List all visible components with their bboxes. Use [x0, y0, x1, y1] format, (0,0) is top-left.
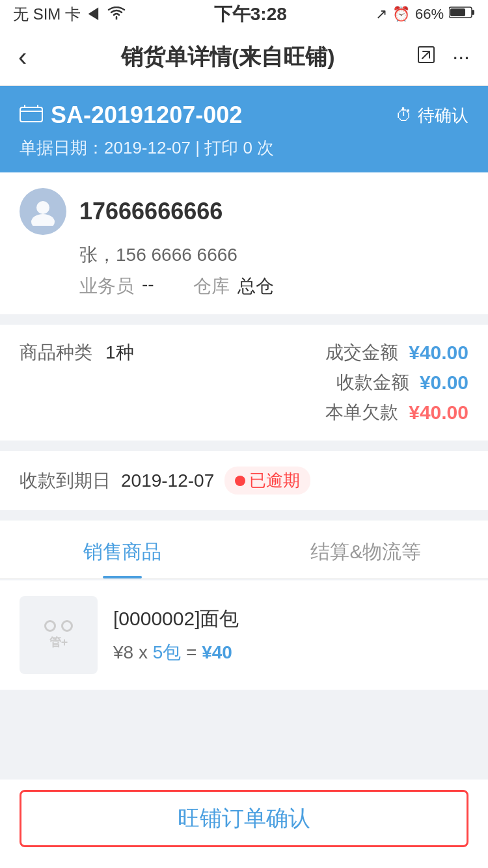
battery-text: 66% [415, 6, 444, 23]
battery-icon [449, 6, 475, 23]
price-value: ¥8 [113, 642, 133, 662]
tab-sales-goods[interactable]: 销售商品 [0, 521, 244, 578]
status-right: ↗ ⏰ 66% [375, 6, 475, 23]
customer-card: 17666666666 张，156 6666 6666 业务员 -- 仓库 总仓 [0, 172, 488, 314]
warehouse-label: 仓库 [193, 274, 230, 299]
summary-right: 成交金额 ¥40.00 收款金额 ¥0.00 本单欠款 ¥40.00 [325, 340, 468, 425]
received-label: 收款金额 [336, 370, 409, 395]
tabs-bar: 销售商品 结算&物流等 [0, 521, 488, 579]
status-time: 下午3:28 [214, 2, 287, 27]
customer-detail: 张，156 6666 6666 [79, 243, 468, 267]
customer-row: 17666666666 [20, 188, 468, 235]
svg-rect-2 [450, 8, 465, 16]
status-left: 无 SIM 卡 ◀ [13, 4, 126, 25]
overdue-dot-icon [235, 476, 245, 486]
received-value: ¥0.00 [420, 372, 468, 394]
salesperson-item: 业务员 -- [79, 274, 154, 299]
back-button[interactable]: ‹ [18, 42, 27, 72]
owl-text: 管+ [49, 634, 68, 650]
confirm-order-button[interactable]: 旺铺订单确认 [20, 790, 468, 847]
status-clock-icon: ⏱ [396, 105, 413, 126]
more-icon[interactable]: ··· [452, 45, 470, 69]
order-header: SA-20191207-002 ⏱ 待确认 单据日期：2019-12-07 | … [0, 86, 488, 172]
nav-actions: ··· [416, 44, 470, 70]
due-date-label: 收款到期日 [20, 468, 111, 493]
received-row: 收款金额 ¥0.00 [336, 370, 468, 395]
customer-phone: 17666666666 [79, 198, 223, 225]
svg-rect-4 [20, 107, 42, 122]
owl-eye-right [61, 620, 73, 632]
summary-left: 商品种类 1种 [20, 340, 325, 365]
owl-eyes [44, 620, 73, 632]
qty-value: 5包 [153, 642, 182, 662]
alarm-icon: ⏰ [392, 6, 410, 23]
total-value: ¥40 [202, 642, 232, 662]
goods-type-value: 1种 [105, 340, 134, 365]
due-date-card: 收款到期日 2019-12-07 已逾期 [0, 451, 488, 510]
svg-rect-1 [472, 10, 474, 15]
salesperson-label: 业务员 [79, 274, 134, 299]
owe-value: ¥40.00 [409, 401, 468, 424]
location-icon: ↗ [375, 6, 387, 23]
product-thumbnail: 管+ [20, 596, 98, 674]
svg-point-5 [36, 201, 49, 214]
warehouse-value: 总仓 [237, 274, 274, 299]
amount-value: ¥40.00 [409, 342, 468, 364]
overdue-text: 已逾期 [249, 469, 300, 492]
product-card: 管+ [0000002]面包 ¥8 x 5包 = ¥40 [0, 580, 488, 690]
page-title: 销货单详情(来自旺铺) [40, 42, 416, 72]
customer-meta: 业务员 -- 仓库 总仓 [79, 274, 468, 299]
status-bar: 无 SIM 卡 ◀ 下午3:28 ↗ ⏰ 66% [0, 0, 488, 29]
goods-type-label: 商品种类 [20, 340, 92, 365]
bottom-bar: 旺铺订单确认 [0, 780, 488, 868]
equals-symbol: = [186, 642, 202, 662]
product-price: ¥8 x 5包 = ¥40 [113, 640, 468, 665]
tab-settlement[interactable]: 结算&物流等 [244, 521, 488, 578]
due-date-value: 2019-12-07 [121, 470, 214, 491]
product-info: [0000002]面包 ¥8 x 5包 = ¥40 [113, 606, 468, 665]
salesperson-value: -- [142, 274, 154, 299]
owl-logo: 管+ [44, 620, 73, 650]
owl-eye-left [44, 620, 56, 632]
order-date: 单据日期：2019-12-07 | 打印 0 次 [20, 137, 468, 159]
product-name: [0000002]面包 [113, 606, 468, 632]
multiply-symbol: x [139, 642, 153, 662]
overdue-badge: 已逾期 [224, 467, 310, 495]
owe-label: 本单欠款 [325, 400, 398, 425]
order-id-row: SA-20191207-002 ⏱ 待确认 [20, 102, 468, 129]
warehouse-item: 仓库 总仓 [193, 274, 274, 299]
summary-card: 商品种类 1种 成交金额 ¥40.00 收款金额 ¥0.00 本单欠款 ¥40.… [0, 325, 488, 441]
nav-bar: ‹ 销货单详情(来自旺铺) ··· [0, 29, 488, 86]
share-icon[interactable] [416, 44, 437, 70]
order-status: ⏱ 待确认 [396, 104, 468, 127]
owe-row: 本单欠款 ¥40.00 [325, 400, 468, 425]
no-sim-text: 无 SIM 卡 ◀ [13, 4, 101, 25]
order-icon [20, 102, 43, 129]
avatar [20, 188, 66, 235]
wifi-icon [107, 5, 126, 23]
amount-row: 成交金额 ¥40.00 [325, 340, 468, 365]
order-id: SA-20191207-002 [20, 102, 242, 129]
svg-point-6 [31, 214, 55, 226]
amount-label: 成交金额 [325, 340, 398, 365]
